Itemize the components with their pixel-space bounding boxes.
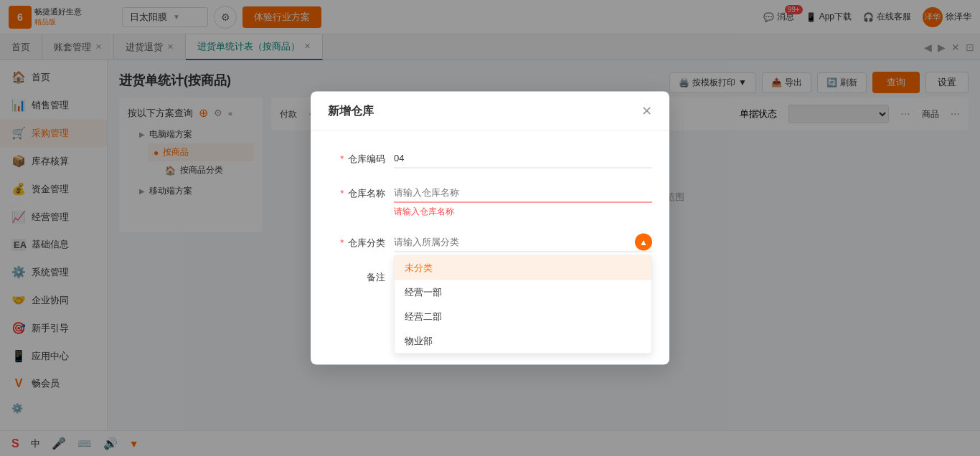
dropdown-item-dept2[interactable]: 经营二部 — [395, 305, 651, 329]
warehouse-name-input[interactable] — [394, 183, 652, 203]
note-label: 备注 — [328, 267, 385, 284]
code-label: * 仓库编码 — [328, 148, 385, 166]
category-arrow-icon[interactable]: ▲ — [635, 234, 652, 251]
modal-title: 新增仓库 — [328, 103, 374, 118]
name-control: 请输入仓库名称 — [394, 183, 652, 218]
category-control: ▲ 未分类 经营一部 经营二部 物业部 — [394, 232, 652, 252]
name-label: * 仓库名称 — [328, 183, 385, 200]
warehouse-code-input[interactable] — [394, 148, 652, 168]
category-dropdown: ▲ 未分类 经营一部 经营二部 物业部 — [394, 232, 652, 252]
dropdown-item-dept1[interactable]: 经营一部 — [395, 280, 651, 305]
code-control — [394, 148, 652, 168]
warehouse-name-row: * 仓库名称 请输入仓库名称 — [328, 183, 652, 218]
dropdown-item-uncategorized[interactable]: 未分类 — [395, 256, 651, 280]
category-label: * 仓库分类 — [328, 232, 385, 250]
warehouse-category-row: * 仓库分类 ▲ 未分类 经营一部 经营二部 物业部 — [328, 232, 652, 252]
modal-header: 新增仓库 ✕ — [311, 92, 669, 131]
new-warehouse-modal: 新增仓库 ✕ * 仓库编码 * 仓库名称 请输入仓库名称 — [311, 92, 669, 365]
modal-close-icon[interactable]: ✕ — [641, 103, 652, 119]
category-dropdown-list: 未分类 经营一部 经营二部 物业部 — [394, 255, 652, 354]
category-input[interactable] — [394, 232, 652, 252]
modal-body: * 仓库编码 * 仓库名称 请输入仓库名称 * 仓库分类 — [311, 131, 669, 318]
name-error-msg: 请输入仓库名称 — [394, 206, 652, 218]
warehouse-code-row: * 仓库编码 — [328, 148, 652, 168]
dropdown-item-dept3[interactable]: 物业部 — [395, 329, 651, 353]
